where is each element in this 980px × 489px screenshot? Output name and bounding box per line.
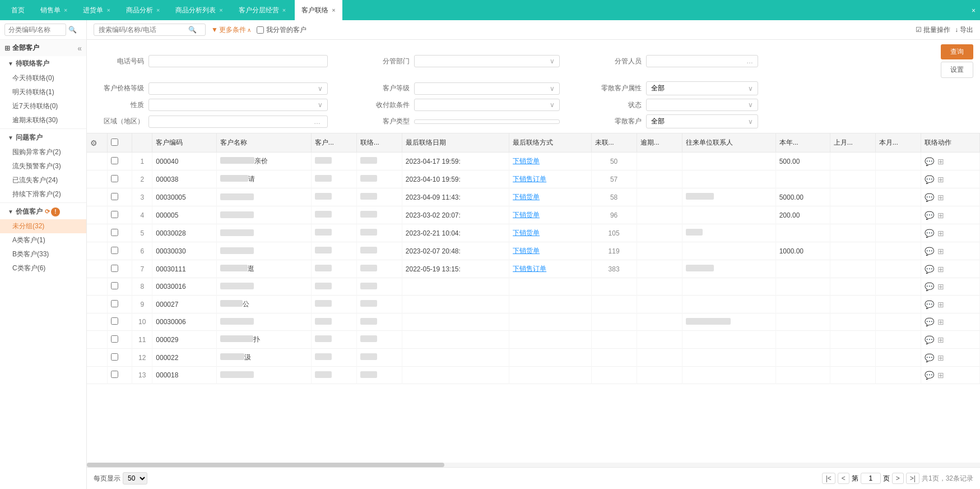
sidebar-item-lost[interactable]: 已流失客户(24): [0, 173, 86, 187]
row-checkbox-input[interactable]: [111, 317, 118, 325]
sidebar-item-overdue[interactable]: 逾期未联络(30): [0, 113, 86, 127]
filter-price-grade-select[interactable]: ∨: [148, 82, 328, 95]
qrcode-icon[interactable]: ⊞: [937, 282, 944, 291]
th-type[interactable]: 客户...: [311, 133, 356, 153]
horizontal-scrollbar[interactable]: [87, 463, 980, 467]
qrcode-icon[interactable]: ⊞: [937, 193, 944, 202]
th-name[interactable]: 客户名称: [216, 133, 311, 153]
row-checkbox-input[interactable]: [111, 247, 118, 254]
sidebar-search-input[interactable]: [4, 24, 66, 36]
sidebar-item-declining[interactable]: 持续下滑客户(2): [0, 187, 86, 201]
qrcode-icon[interactable]: ⊞: [937, 175, 944, 184]
nav-tab-customer-segment[interactable]: 客户分层经营 ×: [232, 0, 292, 20]
close-all-button[interactable]: ×: [972, 5, 976, 15]
last-page-button[interactable]: >|: [906, 473, 919, 484]
th-contact[interactable]: 联络...: [356, 133, 402, 153]
per-page-select[interactable]: 50: [123, 472, 147, 485]
sidebar-item-a-class[interactable]: A类客户(1): [0, 233, 86, 247]
search-icon[interactable]: 🔍: [68, 26, 77, 34]
search-icon[interactable]: 🔍: [188, 26, 197, 34]
last-way-link[interactable]: 下销货单: [513, 193, 540, 201]
qrcode-icon[interactable]: ⊞: [937, 247, 944, 256]
filter-ctype-select[interactable]: [414, 119, 560, 124]
nav-tab-analysis-list[interactable]: 商品分析列表 ×: [169, 0, 229, 20]
chat-icon[interactable]: 💬: [925, 157, 934, 166]
my-customers-checkbox[interactable]: 我分管的客户: [257, 25, 306, 35]
sidebar-group-problem[interactable]: ▼ 问题客户: [0, 130, 86, 145]
chat-icon[interactable]: 💬: [925, 193, 934, 202]
row-checkbox-input[interactable]: [111, 265, 118, 272]
th-partner[interactable]: 往来单位联系人: [682, 133, 775, 153]
filter-retail-attr-select[interactable]: 全部 ∨: [646, 81, 758, 95]
filter-dept-select[interactable]: ∨: [414, 55, 560, 67]
chat-icon[interactable]: 💬: [925, 229, 934, 238]
qrcode-icon[interactable]: ⊞: [937, 317, 944, 326]
filter-retail-select[interactable]: 全部 ∨: [646, 114, 758, 128]
chat-icon[interactable]: 💬: [925, 317, 934, 326]
qrcode-icon[interactable]: ⊞: [937, 229, 944, 238]
filter-nature-select[interactable]: ∨: [148, 99, 328, 111]
row-checkbox-input[interactable]: [111, 157, 118, 164]
th-this-year[interactable]: 本年...: [775, 133, 830, 153]
qrcode-icon[interactable]: ⊞: [937, 157, 944, 166]
chat-icon[interactable]: 💬: [925, 335, 934, 344]
settings-icon[interactable]: ⚙: [90, 139, 97, 147]
chat-icon[interactable]: 💬: [925, 282, 934, 291]
query-button[interactable]: 查询: [941, 44, 973, 59]
th-uncontacted[interactable]: 未联...: [591, 133, 637, 153]
select-all-checkbox[interactable]: [111, 139, 118, 146]
nav-tab-analysis[interactable]: 商品分析 ×: [119, 0, 166, 20]
row-checkbox-input[interactable]: [111, 193, 118, 200]
chat-icon[interactable]: 💬: [925, 371, 934, 380]
refresh-icon[interactable]: ⟳: [45, 208, 50, 215]
filter-phone-input[interactable]: [148, 55, 328, 67]
qrcode-icon[interactable]: ⊞: [937, 371, 944, 380]
row-checkbox-input[interactable]: [111, 353, 118, 361]
qrcode-icon[interactable]: ⊞: [937, 353, 944, 362]
chat-icon[interactable]: 💬: [925, 353, 934, 362]
chat-icon[interactable]: 💬: [925, 247, 934, 256]
th-overdue[interactable]: 逾期...: [637, 133, 682, 153]
sidebar-group-pending[interactable]: ▼ 待联络客户: [0, 56, 86, 71]
row-checkbox-input[interactable]: [111, 300, 118, 307]
chat-icon[interactable]: 💬: [925, 300, 934, 309]
sidebar-item-abnormal[interactable]: 囤购异常客户(2): [0, 145, 86, 159]
first-page-button[interactable]: |<: [822, 473, 835, 484]
next-page-button[interactable]: >: [892, 473, 904, 484]
qrcode-icon[interactable]: ⊞: [937, 335, 944, 344]
chat-icon[interactable]: 💬: [925, 175, 934, 184]
filter-region-select[interactable]: …: [148, 116, 328, 128]
qrcode-icon[interactable]: ⊞: [937, 211, 944, 220]
nav-tab-customer-contact[interactable]: 客户联络 ×: [295, 0, 342, 20]
prev-page-button[interactable]: <: [838, 473, 849, 484]
close-icon[interactable]: ×: [219, 7, 222, 13]
row-checkbox-input[interactable]: [111, 175, 118, 182]
sidebar-item-today[interactable]: 今天待联络(0): [0, 71, 86, 85]
my-customers-input[interactable]: [257, 26, 264, 34]
main-search-input[interactable]: [99, 26, 188, 34]
sidebar-item-b-class[interactable]: B类客户(33): [0, 247, 86, 261]
last-way-link[interactable]: 下销货单: [513, 229, 540, 237]
filter-status-select[interactable]: ∨: [646, 99, 758, 111]
close-icon[interactable]: ×: [282, 7, 286, 13]
th-code[interactable]: 客户编码: [152, 133, 216, 153]
page-input[interactable]: [861, 473, 881, 484]
reset-button[interactable]: 设置: [941, 62, 973, 78]
row-checkbox-input[interactable]: [111, 335, 118, 343]
th-last-month[interactable]: 上月...: [830, 133, 875, 153]
chat-icon[interactable]: 💬: [925, 265, 934, 274]
export-button[interactable]: ↓ 导出: [955, 25, 973, 35]
nav-tab-sales[interactable]: 销售单 ×: [34, 0, 74, 20]
filter-manager-select[interactable]: …: [646, 55, 758, 67]
more-conditions-button[interactable]: ▼ 更多条件 ∧: [211, 25, 251, 35]
row-checkbox-input[interactable]: [111, 371, 118, 378]
collapse-icon[interactable]: «: [77, 44, 82, 53]
close-icon[interactable]: ×: [156, 7, 160, 13]
sidebar-item-tomorrow[interactable]: 明天待联络(1): [0, 85, 86, 99]
qrcode-icon[interactable]: ⊞: [937, 300, 944, 309]
close-icon[interactable]: ×: [106, 7, 110, 13]
last-way-link[interactable]: 下销售订单: [513, 265, 546, 273]
sidebar-item-churn-warning[interactable]: 流失预警客户(3): [0, 159, 86, 173]
row-checkbox-input[interactable]: [111, 211, 118, 218]
qrcode-icon[interactable]: ⊞: [937, 265, 944, 274]
